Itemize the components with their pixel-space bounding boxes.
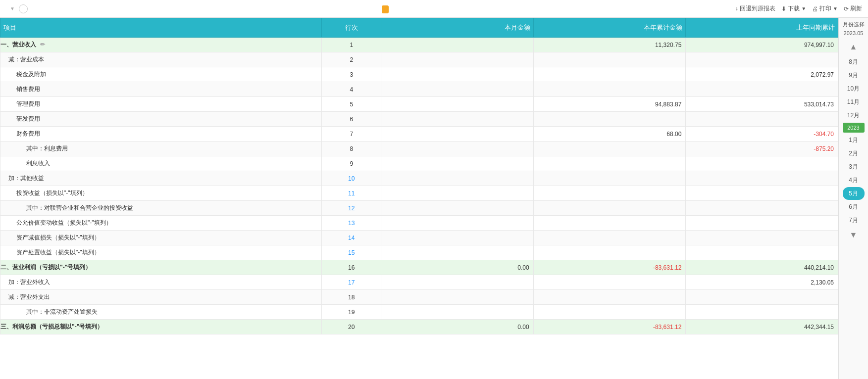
cell-item: 公允价值变动收益（损失以"-"填列） (0, 216, 322, 231)
table-row: 财务费用768.00-304.70 (0, 127, 838, 142)
cell-prev (686, 156, 838, 171)
download-button[interactable]: ⬇ 下载 ▼ (781, 4, 806, 13)
month-button[interactable]: 6月 (843, 200, 865, 213)
cell-line: 2 (322, 52, 381, 67)
col-header-prev: 上年同期累计 (686, 18, 838, 38)
cell-prev (686, 52, 838, 67)
cell-item: 三、利润总额（亏损总额以"-"号填列） (0, 320, 322, 334)
cell-month: 0.00 (381, 320, 534, 334)
cell-item: 资产减值损失（损失以"-"填列） (0, 231, 322, 245)
table-row: 研发费用6 (0, 112, 838, 127)
cell-month (381, 67, 534, 82)
cell-year (533, 216, 686, 231)
cell-year (533, 245, 686, 260)
cell-line: 3 (322, 67, 381, 82)
cell-line: 11 (322, 186, 381, 201)
cell-prev (686, 82, 838, 97)
month-button[interactable]: 11月 (843, 95, 865, 108)
edit-icon[interactable]: ✏ (40, 41, 45, 48)
cell-line: 18 (322, 290, 381, 305)
table-row: 资产处置收益（损失以"-"填列）15 (0, 245, 838, 260)
cell-month (381, 156, 534, 171)
cell-item: 减：营业外支出 (0, 290, 322, 305)
month-button[interactable]: 5月 (843, 187, 865, 200)
cell-year: 11,320.75 (533, 38, 686, 52)
cell-month (381, 142, 534, 156)
cell-month (381, 186, 534, 201)
cell-year (533, 82, 686, 97)
cell-item: 一、营业收入✏ (0, 38, 322, 52)
cell-item: 利息收入 (0, 156, 322, 171)
content-area: 项目 行次 本月金额 本年累计金额 上年同期累计 一、营业收入✏111,320.… (0, 18, 838, 379)
cell-prev (686, 245, 838, 260)
table-row: 一、营业收入✏111,320.75974,997.10 (0, 38, 838, 52)
table-row: 其中：利息费用8-875.20 (0, 142, 838, 156)
cell-prev (686, 171, 838, 186)
cell-year (533, 305, 686, 320)
cell-year (533, 171, 686, 186)
table-row: 公允价值变动收益（损失以"-"填列）13 (0, 216, 838, 231)
nav-down-button[interactable]: ▼ (847, 228, 861, 242)
cell-year (533, 52, 686, 67)
cell-year (533, 201, 686, 216)
table-container: 项目 行次 本月金额 本年累计金额 上年同期累计 一、营业收入✏111,320.… (0, 18, 838, 334)
print-arrow-icon: ▼ (833, 6, 838, 11)
cell-month (381, 82, 534, 97)
cell-month (381, 127, 534, 142)
print-icon: 🖨 (812, 5, 818, 12)
refresh-icon: ⟳ (844, 5, 849, 12)
cell-month (381, 275, 534, 290)
table-row: 资产减值损失（损失以"-"填列）14 (0, 231, 838, 245)
month-button[interactable]: 9月 (843, 69, 865, 82)
cell-line: 7 (322, 127, 381, 142)
table-row: 税金及附加32,072.97 (0, 67, 838, 82)
col-header-item: 项目 (0, 18, 322, 38)
cell-prev: -304.70 (686, 127, 838, 142)
help-icon[interactable] (19, 4, 28, 13)
dropdown-icon[interactable]: ▼ (10, 6, 15, 11)
table-row: 减：营业成本2 (0, 52, 838, 67)
cell-month (381, 171, 534, 186)
cell-item: 其中：利息费用 (0, 142, 322, 156)
cell-year (533, 156, 686, 171)
table-row: 二、营业利润（亏损以"-"号填列）160.00-83,631.12440,214… (0, 260, 838, 275)
cell-month (381, 201, 534, 216)
sidebar-month-label: 月份选择 (843, 21, 865, 28)
month-button[interactable]: 4月 (843, 174, 865, 187)
nav-up-button[interactable]: ▲ (847, 40, 861, 54)
cell-year (533, 275, 686, 290)
month-button[interactable]: 7月 (843, 214, 865, 227)
year-tag[interactable]: 2023 (843, 123, 865, 133)
print-button[interactable]: 🖨 打印 ▼ (812, 4, 838, 13)
month-button[interactable]: 12月 (843, 109, 865, 122)
table-row: 其中：对联营企业和合营企业的投资收益12 (0, 201, 838, 216)
cell-year (533, 112, 686, 127)
cell-year: -83,631.12 (533, 320, 686, 334)
cell-item: 加：其他收益 (0, 171, 322, 186)
cell-month (381, 216, 534, 231)
cell-item: 税金及附加 (0, 67, 322, 82)
refresh-button[interactable]: ⟳ 刷新 (844, 4, 862, 13)
cell-item: 研发费用 (0, 112, 322, 127)
table-row: 投资收益（损失以"-"填列）11 (0, 186, 838, 201)
cell-year: 94,883.87 (533, 97, 686, 112)
month-button[interactable]: 10月 (843, 82, 865, 95)
table-row: 三、利润总额（亏损总额以"-"号填列）200.00-83,631.12442,3… (0, 320, 838, 334)
cell-prev: -875.20 (686, 142, 838, 156)
cell-year: 68.00 (533, 127, 686, 142)
cell-line: 10 (322, 171, 381, 186)
table-header-row: 项目 行次 本月金额 本年累计金额 上年同期累计 (0, 18, 838, 38)
cell-prev: 974,997.10 (686, 38, 838, 52)
month-button[interactable]: 2月 (843, 147, 865, 160)
month-button[interactable]: 8月 (843, 55, 865, 68)
cell-month (381, 231, 534, 245)
month-button[interactable]: 1月 (843, 134, 865, 146)
month-button[interactable]: 3月 (843, 160, 865, 173)
cell-line: 1 (322, 38, 381, 52)
cell-line: 19 (322, 305, 381, 320)
cell-line: 6 (322, 112, 381, 127)
cell-line: 16 (322, 260, 381, 275)
header-actions: ↓ 回退到原报表 ⬇ 下载 ▼ 🖨 打印 ▼ ⟳ 刷新 (735, 4, 862, 13)
back-button[interactable]: ↓ 回退到原报表 (735, 4, 775, 13)
cell-item: 其中：非流动资产处置损失 (0, 305, 322, 320)
